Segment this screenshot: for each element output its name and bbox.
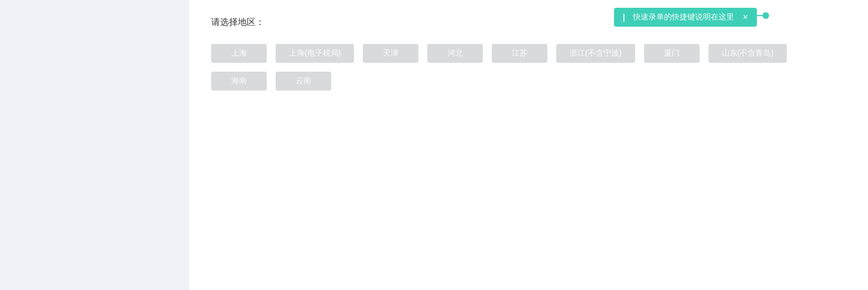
region-button-yunnan[interactable]: 云南 xyxy=(276,72,331,91)
region-button-xiamen[interactable]: 厦门 xyxy=(644,44,700,63)
region-button-hainan[interactable]: 海南 xyxy=(211,72,267,91)
tooltip-close-button[interactable]: × xyxy=(743,12,748,22)
main-content: 请选择地区： 上海上海(电子税局)天津河北江苏浙江(不含宁波)厦门山东(不含青岛… xyxy=(189,0,868,290)
region-button-jiangsu[interactable]: 江苏 xyxy=(492,44,547,63)
region-buttons: 上海上海(电子税局)天津河北江苏浙江(不含宁波)厦门山东(不含青岛)海南云南 xyxy=(211,44,846,91)
region-button-zhejiang[interactable]: 浙江(不含宁波) xyxy=(556,44,635,63)
region-button-shanghai-etax[interactable]: 上海(电子税局) xyxy=(276,44,354,63)
tooltip-bar: 快速录单的快捷键说明在这里 × xyxy=(614,8,757,27)
region-button-hebei[interactable]: 河北 xyxy=(427,44,483,63)
sidebar xyxy=(0,0,189,290)
region-button-shandong[interactable]: 山东(不含青岛) xyxy=(709,44,787,63)
tooltip-text: 快速录单的快捷键说明在这里 xyxy=(633,12,734,22)
region-button-shanghai[interactable]: 上海 xyxy=(211,44,267,63)
region-button-tianjin[interactable]: 天津 xyxy=(363,44,418,63)
tooltip-dot xyxy=(762,12,769,19)
